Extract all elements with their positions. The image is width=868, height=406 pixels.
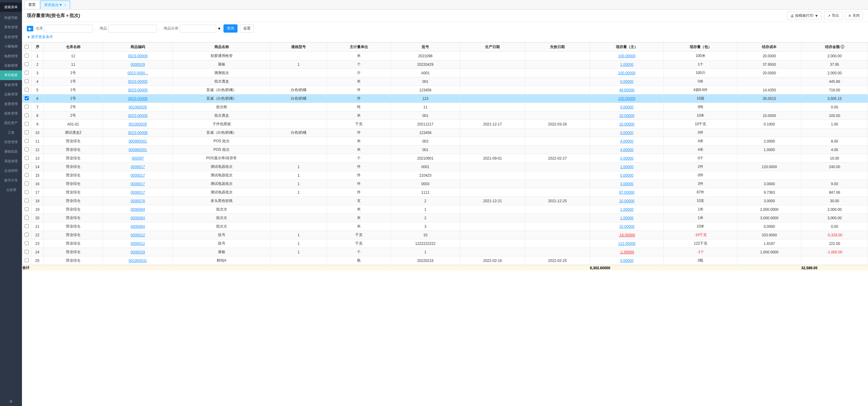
row-code[interactable]: 0023-00008 <box>103 94 173 103</box>
row-qtymain[interactable]: 10.00000 <box>590 197 664 205</box>
row-checkbox[interactable] <box>22 103 31 111</box>
row-code[interactable]: 001000031 <box>103 257 173 265</box>
sidebar-item-basic[interactable]: 基础信息 <box>0 147 22 156</box>
row-qtymain[interactable]: -1.00000 <box>590 248 664 257</box>
row-code[interactable]: 0000012 <box>103 231 173 239</box>
row-code[interactable]: 0023-00005 <box>103 111 173 120</box>
row-qtymain[interactable]: 0.00000 <box>590 103 664 111</box>
row-qtymain[interactable]: 0.00000 <box>590 154 664 163</box>
sidebar-item-assets[interactable]: 固定资产 <box>0 118 22 128</box>
row-checkbox[interactable] <box>22 145 31 154</box>
row-checkbox[interactable] <box>22 214 31 222</box>
sidebar-item-cloud[interactable]: 云应用 <box>0 185 22 195</box>
row-code[interactable]: 0000084 <box>103 205 173 214</box>
row-qtymain[interactable]: 10.00000 <box>590 222 664 231</box>
row-checkbox[interactable] <box>22 120 31 129</box>
row-qtymain[interactable]: 1.00000 <box>590 214 664 222</box>
row-checkbox[interactable] <box>22 111 31 120</box>
tab-home[interactable]: 首页 <box>24 1 40 9</box>
select-all-checkbox[interactable] <box>25 45 29 49</box>
sidebar-settings-icon[interactable]: ⚙ <box>0 397 22 406</box>
row-code[interactable]: 000097 <box>103 154 173 163</box>
row-code[interactable]: 0000017 <box>103 171 173 180</box>
row-qtymain[interactable]: 4.00000 <box>590 145 664 154</box>
sidebar-item-purchase[interactable]: 采购管理 <box>0 61 22 70</box>
sidebar-item-ecommerce[interactable]: 电商管理 <box>0 52 22 61</box>
row-qtymain[interactable]: 10.00000 <box>590 120 664 129</box>
row-qtymain[interactable]: 87.00000 <box>590 188 664 197</box>
row-checkbox[interactable] <box>22 77 31 86</box>
row-qtymain[interactable]: 100.00000 <box>590 69 664 77</box>
row-code[interactable]: 0000012 <box>103 239 173 248</box>
row-checkbox[interactable] <box>22 231 31 239</box>
sidebar-item-system[interactable]: 系统管理 <box>0 157 22 166</box>
row-checkbox[interactable] <box>22 248 31 257</box>
row-qtymain[interactable]: 3.00000 <box>590 180 664 188</box>
row-checkbox[interactable] <box>22 239 31 248</box>
sidebar-search[interactable]: 搜索菜单 <box>0 2 22 12</box>
row-code[interactable]: 0023-0000... <box>103 69 173 77</box>
row-code[interactable]: 0000078 <box>103 197 173 205</box>
row-checkbox[interactable] <box>22 60 31 69</box>
sidebar-item-wholesale[interactable]: 批发管理 <box>0 32 22 42</box>
row-checkbox[interactable] <box>22 137 31 145</box>
row-code[interactable]: 0023-00005 <box>103 86 173 94</box>
col-checkbox[interactable] <box>22 43 31 52</box>
sidebar-item-retail[interactable]: 零售管理 <box>0 23 22 32</box>
row-code[interactable]: 0023-00005 <box>103 77 173 86</box>
settings-button[interactable]: 设置 <box>240 24 254 33</box>
row-checkbox[interactable] <box>22 52 31 60</box>
row-checkbox[interactable] <box>22 154 31 163</box>
row-code[interactable]: 0000084 <box>103 222 173 231</box>
row-checkbox[interactable] <box>22 86 31 94</box>
sidebar-item-ledger[interactable]: 总账管理 <box>0 90 22 99</box>
row-qtymain[interactable]: 100.00000 <box>590 52 664 60</box>
row-code[interactable]: 000900001 <box>103 137 173 145</box>
row-qtymain[interactable]: 0.00000 <box>590 171 664 180</box>
close-button[interactable]: ✕ 关闭 <box>845 11 863 20</box>
row-qtymain[interactable]: -16.00000 <box>590 231 664 239</box>
print-button[interactable]: 🖨 按模板打印 ▼ <box>787 11 822 20</box>
row-checkbox[interactable] <box>22 257 31 265</box>
search-button[interactable]: 查询 <box>223 24 238 33</box>
row-qtymain[interactable]: 0.00000 <box>590 77 664 86</box>
row-code[interactable]: 0023-00008 <box>103 129 173 137</box>
row-checkbox[interactable] <box>22 94 31 103</box>
tab-close-icon[interactable]: × <box>64 3 66 7</box>
row-checkbox[interactable] <box>22 180 31 188</box>
row-qtymain[interactable]: 1.00000 <box>590 60 664 69</box>
row-code[interactable]: 0000084 <box>103 214 173 222</box>
row-code[interactable]: 000900001 <box>103 145 173 154</box>
row-checkbox[interactable] <box>22 188 31 197</box>
row-qtymain[interactable]: 122.00000 <box>590 239 664 248</box>
row-checkbox[interactable] <box>22 222 31 231</box>
sidebar-item-smallec[interactable]: 小额电商 <box>0 42 22 51</box>
row-qtymain[interactable]: 10.00000 <box>590 111 664 120</box>
category-dropdown-icon[interactable]: ▼ <box>217 27 221 31</box>
sidebar-item-quicknav[interactable]: 快捷导航 <box>0 13 22 23</box>
row-qtymain[interactable]: 0.00000 <box>590 257 664 265</box>
row-qtymain[interactable]: 49.60000 <box>590 86 664 94</box>
row-checkbox[interactable] <box>22 205 31 214</box>
row-qtymain[interactable]: 2.00000 <box>590 163 664 171</box>
category-input[interactable] <box>180 25 216 33</box>
row-code[interactable]: 0000029 <box>103 60 173 69</box>
row-qtymain[interactable]: 0.00000 <box>590 129 664 137</box>
row-checkbox[interactable] <box>22 163 31 171</box>
filter-collapse-btn[interactable]: ▶ <box>27 26 33 31</box>
sidebar-item-payroll[interactable]: 工资 <box>0 128 22 137</box>
row-qtymain[interactable]: 4.00000 <box>590 137 664 145</box>
row-code[interactable]: 0000017 <box>103 163 173 171</box>
row-code[interactable]: 001000026 <box>103 120 173 129</box>
sidebar-item-guide[interactable]: 新手引导 <box>0 176 22 185</box>
sidebar-item-operations[interactable]: 经营管理 <box>0 137 22 147</box>
export-button[interactable]: ↗ 导出 <box>824 11 842 20</box>
row-code[interactable]: 0000029 <box>103 248 173 257</box>
sidebar-item-invoice[interactable]: 发票管理 <box>0 99 22 109</box>
row-checkbox[interactable] <box>22 197 31 205</box>
row-code[interactable]: 001000026 <box>103 103 173 111</box>
row-qtymain[interactable]: 1.00000 <box>590 205 664 214</box>
row-code[interactable]: 0000017 <box>103 188 173 197</box>
row-checkbox[interactable] <box>22 171 31 180</box>
row-checkbox[interactable] <box>22 69 31 77</box>
